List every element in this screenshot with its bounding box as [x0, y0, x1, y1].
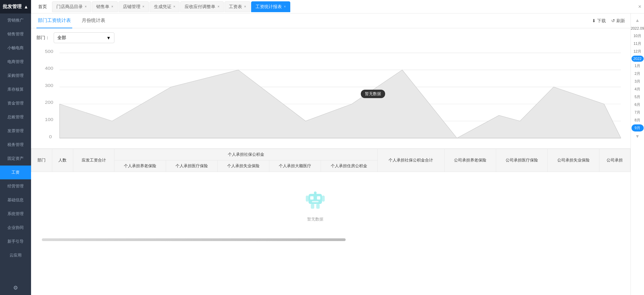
svg-rect-19 — [306, 196, 308, 202]
svg-rect-18 — [314, 191, 317, 194]
svg-text:300: 300 — [45, 83, 53, 88]
month-jun[interactable]: 6月 — [632, 101, 644, 108]
download-button[interactable]: ⬇ 下载 — [592, 18, 606, 24]
subtabs: 部门工资统计表 月份统计表 ⬇ 下载 ↺ 刷新 — [31, 13, 630, 28]
tab-voucher-label: 生成凭证 — [154, 4, 171, 10]
th-personal-medical: 个人承担医疗保险 — [166, 160, 218, 172]
tab-payroll[interactable]: 工资表 × — [224, 1, 250, 12]
sidebar-arrow-icon: ▲ — [24, 4, 28, 9]
tab-voucher[interactable]: 生成凭证 × — [150, 1, 180, 12]
sidebar-item-operations[interactable]: 经营管理 — [0, 179, 31, 193]
sidebar-item-finance[interactable]: 资金管理 — [0, 96, 31, 110]
sidebar-item-invoice[interactable]: 发票管理 — [0, 124, 31, 138]
tab-ar-ap-label: 应收应付调整单 — [185, 4, 215, 10]
tab-sales-order-label: 销售单 — [96, 4, 109, 10]
tab-payroll-report[interactable]: 工资统计报表 × — [251, 1, 290, 12]
panel-down-arrow[interactable]: ▼ — [634, 132, 641, 140]
sidebar-item-ledger[interactable]: 总账管理 — [0, 110, 31, 124]
th-company-other: 公司承担 — [599, 149, 630, 172]
panel-up-arrow[interactable]: ▲ — [634, 16, 641, 24]
tab-home[interactable]: 首页 — [34, 1, 51, 12]
tab-ar-ap[interactable]: 应收应付调整单 × — [180, 1, 224, 12]
subtab-dept-label: 部门工资统计表 — [38, 18, 71, 24]
subtab-month[interactable]: 月份统计表 — [80, 13, 107, 28]
stats-table: 部门 人数 应发工资合计 个人承担社保公积金 个人承担社保公积金合计 公司承担养… — [31, 149, 630, 236]
tab-ar-ap-close[interactable]: × — [217, 5, 219, 8]
svg-rect-16 — [317, 196, 320, 200]
sidebar-item-cloud[interactable]: 云应用 — [0, 248, 31, 262]
empty-row: 暂无数据 — [31, 172, 630, 236]
month-dec[interactable]: 12月 — [632, 48, 644, 55]
svg-rect-20 — [322, 196, 325, 202]
th-company-pension: 公司承担养老保险 — [445, 149, 496, 172]
sidebar-item-system[interactable]: 系统管理 — [0, 207, 31, 221]
tab-sales-order[interactable]: 销售单 × — [92, 1, 118, 12]
sidebar-title: 批发管理 — [3, 4, 22, 10]
sidebar-item-payroll[interactable]: 工资 — [0, 166, 31, 179]
th-dept: 部门 — [31, 149, 52, 172]
sidebar-item-basic-info[interactable]: 基础信息 — [0, 193, 31, 207]
month-oct[interactable]: 10月 — [632, 32, 644, 39]
tab-store-catalog-close[interactable]: × — [85, 5, 87, 8]
horizontal-scrollbar[interactable] — [42, 238, 346, 241]
th-personal-total: 个人承担社保公积金合计 — [377, 149, 444, 172]
tab-voucher-close[interactable]: × — [173, 5, 176, 8]
month-feb[interactable]: 2月 — [632, 70, 644, 77]
subtab-dept[interactable]: 部门工资统计表 — [36, 13, 72, 28]
svg-text:200: 200 — [45, 100, 53, 105]
svg-rect-21 — [311, 204, 314, 209]
tab-store-manage[interactable]: 店铺管理 × — [118, 1, 149, 12]
month-aug[interactable]: 8月 — [632, 117, 644, 124]
th-count: 人数 — [52, 149, 73, 172]
th-total-wage: 应发工资合计 — [73, 149, 114, 172]
month-sep[interactable]: 9月 — [632, 124, 644, 131]
tab-store-catalog-label: 门店商品目录 — [56, 4, 83, 10]
tab-store-manage-close[interactable]: × — [142, 5, 144, 8]
year-2022-label: 2022.09 — [630, 25, 644, 32]
year-2022-badge[interactable]: 2022 — [632, 56, 644, 62]
sidebar-item-ecommerce[interactable]: 电商管理 — [0, 55, 31, 69]
month-nov[interactable]: 11月 — [632, 40, 644, 47]
sidebar-item-tutorial[interactable]: 新手引导 — [0, 235, 31, 248]
sidebar-item-marketing[interactable]: 营销推广 — [0, 13, 31, 27]
svg-rect-17 — [312, 201, 319, 202]
main-area: 首页 门店商品目录 × 销售单 × 店铺管理 × 生成凭证 × 应收应付调整单 … — [31, 0, 644, 295]
tab-sales-order-close[interactable]: × — [111, 5, 113, 8]
empty-robot-icon — [302, 185, 329, 212]
th-company-unemployment: 公司承担失业保险 — [547, 149, 599, 172]
svg-text:500: 500 — [45, 49, 53, 54]
dept-select-value: 全部 — [57, 35, 66, 41]
filterbar: 部门： 全部 ▼ — [31, 28, 630, 47]
th-personal-pension: 个人承担养老保险 — [114, 160, 166, 172]
month-may[interactable]: 5月 — [632, 93, 644, 100]
sidebar-item-xiaochang[interactable]: 小畅电商 — [0, 41, 31, 55]
th-personal-housing: 个人承担住房公积金 — [321, 160, 377, 172]
content-area: 部门工资统计表 月份统计表 ⬇ 下载 ↺ 刷新 — [31, 13, 644, 295]
tab-home-label: 首页 — [38, 4, 47, 10]
sidebar-item-assets[interactable]: 固定资产 — [0, 152, 31, 166]
page: 部门工资统计表 月份统计表 ⬇ 下载 ↺ 刷新 — [31, 13, 630, 295]
th-company-medical: 公司承担医疗保险 — [496, 149, 547, 172]
tab-payroll-label: 工资表 — [229, 4, 242, 10]
sidebar-item-inventory[interactable]: 库存核算 — [0, 83, 31, 96]
month-jan[interactable]: 1月 — [632, 62, 644, 69]
sidebar-item-collab[interactable]: 企业协同 — [0, 221, 31, 235]
chevron-down-icon: ▼ — [106, 35, 111, 40]
sidebar-header[interactable]: 批发管理 ▲ — [0, 0, 31, 13]
sidebar-item-purchase[interactable]: 采购管理 — [0, 69, 31, 83]
settings-button[interactable]: ⚙ — [0, 281, 31, 295]
svg-text:400: 400 — [45, 66, 53, 71]
sidebar-item-sales[interactable]: 销售管理 — [0, 27, 31, 41]
month-mar[interactable]: 3月 — [632, 78, 644, 85]
sidebar-item-tax[interactable]: 税务管理 — [0, 138, 31, 152]
subtab-actions: ⬇ 下载 ↺ 刷新 — [592, 18, 625, 24]
dept-select[interactable]: 全部 ▼ — [54, 32, 114, 43]
tab-payroll-close[interactable]: × — [244, 5, 246, 8]
refresh-button[interactable]: ↺ 刷新 — [611, 18, 625, 24]
tab-store-catalog[interactable]: 门店商品目录 × — [52, 1, 91, 12]
table-container[interactable]: 部门 人数 应发工资合计 个人承担社保公积金 个人承担社保公积金合计 公司承担养… — [31, 148, 630, 295]
month-jul[interactable]: 7月 — [632, 109, 644, 116]
tab-payroll-report-close[interactable]: × — [284, 5, 286, 8]
tabbar-close-all[interactable]: × — [638, 4, 641, 10]
month-apr[interactable]: 4月 — [632, 86, 644, 93]
